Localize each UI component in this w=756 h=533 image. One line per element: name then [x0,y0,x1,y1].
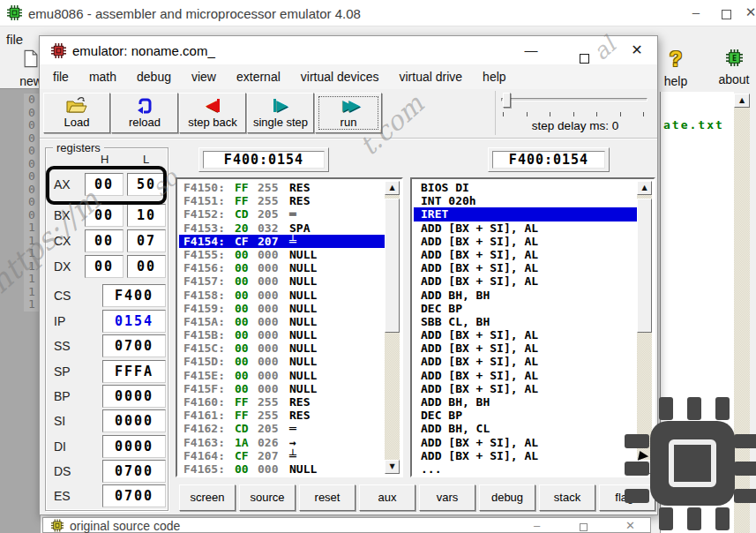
stack-button[interactable]: stack [539,484,595,511]
memory-row[interactable]: F4162:CD205═ [179,422,385,435]
main-maximize-button[interactable] [716,7,736,22]
emulator-maximize-button[interactable] [569,36,599,64]
scroll-down-icon[interactable]: ▼ [385,460,400,474]
register-ss-field[interactable]: 0700 [102,334,166,357]
disassembly-row[interactable]: ADD [BX + SI], AL [414,382,637,395]
memory-row[interactable]: F4157:00000NULL [179,274,385,288]
register-di-field[interactable]: 0000 [102,435,166,458]
menu-debug[interactable]: debug [137,70,171,84]
disassembly-row[interactable]: ... [414,462,637,474]
memory-row[interactable]: F4161:FF255RES [179,409,385,422]
source-minimize-button[interactable]: – [534,519,540,532]
run-button[interactable]: ▶▶ run [315,93,382,133]
vars-button[interactable]: vars [419,484,475,511]
memory-row[interactable]: F4164:CF207╧ [179,449,385,462]
memory-row[interactable]: F4159:00000NULL [179,302,385,315]
disassembly-row[interactable]: ADD [BX + SI], AL [414,436,637,449]
memory-row[interactable]: F415A:00000NULL [179,315,385,328]
memory-row[interactable]: F4150:FF255RES [179,181,385,194]
disassembly-list[interactable]: BIOS DIINT 020hIRETADD [BX + SI], ALADD … [410,177,655,477]
aux-button[interactable]: aux [359,484,415,511]
disassembly-row[interactable]: ADD [BX + SI], AL [414,235,637,248]
step-delay-slider-track[interactable] [501,98,647,101]
memory-row[interactable]: F4154:CF207╧ [179,235,385,248]
memory-row[interactable]: F4156:00000NULL [179,261,385,274]
memory-row[interactable]: F4163:1A026→ [179,436,385,449]
memory-row[interactable]: F4151:FF255RES [179,194,385,207]
emulator-minimize-button[interactable]: — [516,36,546,64]
menu-help[interactable]: help [483,70,505,84]
disassembly-row[interactable]: BIOS DI [414,181,637,194]
disasm-address-field[interactable]: F400:0154 [492,151,605,169]
main-menu-file[interactable]: file [6,32,23,47]
disassembly-row[interactable]: ADD [BX + SI], AL [414,274,637,288]
memory-row[interactable]: F4165:00000NULL [179,462,385,474]
disassembly-row[interactable]: ADD BH, BH [414,395,637,409]
load-button[interactable]: Load [43,93,110,133]
scroll-up-icon[interactable]: ▲ [385,181,400,195]
menu-virtual-devices[interactable]: virtual devices [301,70,379,84]
register-cs-field[interactable]: F400 [102,284,166,307]
register-cx-low-field[interactable]: 07 [127,229,166,252]
memory-list[interactable]: F4150:FF255RESF4151:FF255RESF4152:CD205═… [176,177,403,477]
register-si-field[interactable]: 0000 [102,409,166,432]
menu-math[interactable]: math [89,70,116,84]
register-ip-field[interactable]: 0154 [102,310,166,333]
register-es-field[interactable]: 0700 [102,484,166,507]
disassembly-row[interactable]: INT 020h [414,194,637,207]
disassembly-row[interactable]: ADD [BX + SI], AL [414,248,637,261]
disassembly-row[interactable]: SBB CL, BH [414,315,637,328]
register-ds-field[interactable]: 0700 [102,460,166,483]
register-cx-high-field[interactable]: 00 [85,229,124,252]
memory-scrollbar-thumb[interactable] [385,199,400,333]
register-dx-low-field[interactable]: 00 [127,255,166,278]
disassembly-row[interactable]: ADD [BX + SI], AL [414,449,637,462]
help-button[interactable]: ? help [656,47,695,88]
main-close-button[interactable]: ✕ [741,4,756,20]
disassembly-scrollbar[interactable]: ▲ ▼ [637,181,652,474]
disassembly-row[interactable]: ADD [BX + SI], AL [414,369,637,382]
disassembly-row[interactable]: ADD [BX + SI], AL [414,342,637,355]
reload-button[interactable]: reload [111,93,178,133]
register-bx-high-field[interactable]: 00 [85,204,124,227]
register-bp-field[interactable]: 0000 [102,385,166,408]
memory-row[interactable]: F4155:00000NULL [179,248,385,261]
memory-row[interactable]: F4158:00000NULL [179,289,385,302]
disassembly-row[interactable]: ADD BH, BH [414,289,637,302]
menu-virtual-drive[interactable]: virtual drive [400,70,463,84]
step-delay-slider-thumb[interactable] [503,93,511,108]
memory-scrollbar[interactable]: ▲ ▼ [385,181,400,474]
memory-row[interactable]: F4153:20032SPA [179,221,385,235]
register-bx-low-field[interactable]: 10 [127,204,166,227]
disassembly-row[interactable]: DEC BP [414,302,637,315]
register-sp-field[interactable]: FFFA [102,360,166,383]
emulator-close-button[interactable]: ✕ [622,36,652,64]
menu-file[interactable]: file [53,70,69,84]
about-button[interactable]: E about [713,49,755,86]
memory-row[interactable]: F4152:CD205═ [179,207,385,221]
source-button[interactable]: source [239,484,296,511]
editor-scroll-up-icon[interactable]: ▲ [734,94,750,108]
source-maximize-button[interactable] [580,521,588,533]
main-minimize-button[interactable]: – [686,4,706,19]
scroll-up-icon[interactable]: ▲ [637,181,652,195]
disassembly-row[interactable]: ADD [BX + SI], AL [414,221,637,235]
memory-address-field[interactable]: F400:0154 [203,151,325,169]
memory-row[interactable]: F415F:00000NULL [179,382,385,395]
menu-view[interactable]: view [191,70,216,84]
memory-row[interactable]: F415D:00000NULL [179,355,385,368]
disassembly-scrollbar-thumb[interactable] [637,199,652,333]
memory-row[interactable]: F415B:00000NULL [179,328,385,342]
disassembly-row[interactable]: ADD [BX + SI], AL [414,355,637,368]
disassembly-row[interactable]: IRET [414,207,637,221]
screen-button[interactable]: screen [179,484,236,511]
disassembly-row[interactable]: DEC BP [414,409,637,422]
disassembly-row[interactable]: ADD [BX + SI], AL [414,328,637,342]
debug-button[interactable]: debug [479,484,535,511]
single-step-button[interactable]: ▶ single step [247,93,314,133]
reset-button[interactable]: reset [299,484,356,511]
disassembly-row[interactable]: ADD BH, CL [414,422,637,435]
menu-external[interactable]: external [236,70,281,84]
source-close-button[interactable]: ✕ [625,519,635,532]
step-back-button[interactable]: ◀ step back [179,93,246,133]
